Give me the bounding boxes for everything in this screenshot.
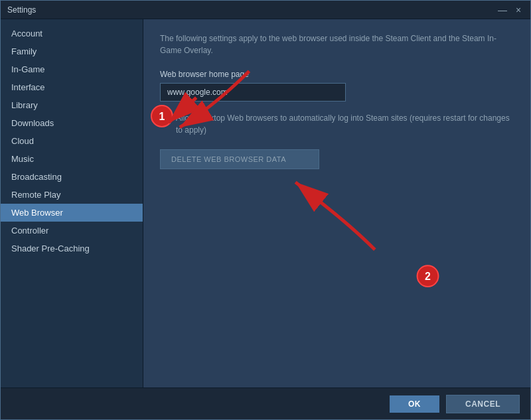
sidebar-item-ingame[interactable]: In-Game xyxy=(1,60,143,78)
ok-button[interactable]: OK xyxy=(390,395,439,413)
delete-browser-data-button[interactable]: DELETE WEB BROWSER DATA xyxy=(160,149,319,169)
sidebar-item-account[interactable]: Account xyxy=(1,25,143,42)
sidebar-item-remoteplay[interactable]: Remote Play xyxy=(1,186,143,204)
title-bar: Settings — × xyxy=(1,1,530,19)
sidebar-item-music[interactable]: Music xyxy=(1,150,143,168)
autologin-checkbox[interactable] xyxy=(160,113,171,124)
settings-window: Settings — × Account Family In-Game Inte… xyxy=(0,0,531,420)
sidebar-item-family[interactable]: Family xyxy=(1,42,143,60)
home-page-input[interactable] xyxy=(160,83,346,102)
sidebar-item-webbrowser[interactable]: Web Browser xyxy=(1,204,143,222)
autologin-checkbox-wrapper[interactable] xyxy=(160,113,171,124)
sidebar-item-broadcasting[interactable]: Broadcasting xyxy=(1,168,143,186)
sidebar-item-downloads[interactable]: Downloads xyxy=(1,114,143,132)
sidebar-item-library[interactable]: Library xyxy=(1,96,143,114)
svg-point-6 xyxy=(417,265,439,287)
checkbox-row: Allow desktop Web browsers to automatica… xyxy=(160,112,514,136)
bottom-bar: OK CANCEL xyxy=(1,387,530,419)
home-page-label: Web browser home page xyxy=(160,70,514,79)
sidebar-item-shader[interactable]: Shader Pre-Caching xyxy=(1,240,143,257)
sidebar-item-cloud[interactable]: Cloud xyxy=(1,132,143,150)
title-bar-controls: — × xyxy=(497,5,524,15)
sidebar-item-controller[interactable]: Controller xyxy=(1,222,143,240)
window-title: Settings xyxy=(7,5,36,15)
sidebar: Account Family In-Game Interface Library… xyxy=(1,19,143,387)
sidebar-item-interface[interactable]: Interface xyxy=(1,78,143,96)
svg-text:2: 2 xyxy=(425,271,431,282)
cancel-button[interactable]: CANCEL xyxy=(446,395,520,413)
minimize-button[interactable]: — xyxy=(497,5,508,15)
close-button[interactable]: × xyxy=(513,5,524,15)
autologin-label: Allow desktop Web browsers to automatica… xyxy=(176,112,514,136)
content-area: Account Family In-Game Interface Library… xyxy=(1,19,530,387)
main-panel: The following settings apply to the web … xyxy=(143,19,530,387)
description-text: The following settings apply to the web … xyxy=(160,33,514,56)
